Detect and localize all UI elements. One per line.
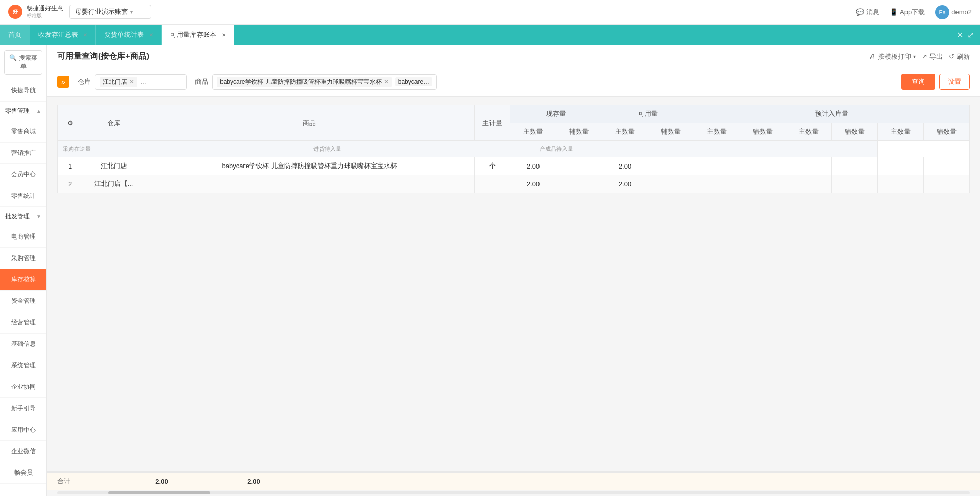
cell-stock-main: 2.00 — [510, 157, 556, 175]
table-body: 1 江北门店 babycare学饮杯 儿童防摔防撞吸管杯重力球吸嘴杯宝宝水杯 个… — [58, 157, 970, 193]
ecom-mgmt-label: 电商管理 — [11, 233, 36, 240]
filter-row: » 仓库 江北门店 ✕ … 商品 babycare学饮杯 儿童防摔防撞吸管杯重力… — [47, 67, 980, 97]
sidebar-item-biz-mgmt[interactable]: 经营管理 — [0, 312, 46, 334]
sidebar-item-enterprise-wechat[interactable]: 企业微信 — [0, 441, 46, 462]
page-header: 可用量查询(按仓库+商品) 🖨 按模板打印 ▾ ↗ 导出 ↺ 刷新 — [47, 45, 980, 67]
tab-receipts-close[interactable]: ✕ — [83, 32, 87, 38]
user-name: demo2 — [951, 8, 972, 16]
settings-icon[interactable]: ⚙ — [67, 119, 74, 127]
footer-stock-main: 2.00 — [139, 478, 185, 485]
query-btn[interactable]: 查询 — [901, 74, 935, 90]
sidebar-item-marketing[interactable]: 营销推广 — [0, 143, 46, 164]
export-label: 导出 — [929, 52, 943, 61]
avatar-text: Ea — [939, 9, 946, 15]
search-menu-label: 搜索菜单 — [19, 54, 37, 70]
sidebar-item-ecom-mgmt[interactable]: 电商管理 — [0, 226, 46, 248]
warehouse-tag-text: 江北门店 — [103, 78, 127, 86]
th-planned-group: 预计入库量 — [694, 105, 970, 123]
tab-receipts-label: 收发存汇总表 — [38, 30, 78, 39]
cell-stock-aux — [556, 175, 602, 193]
message-btn[interactable]: 💬 消息 — [856, 8, 879, 17]
top-bar-left: 好 畅捷通好生意 标准版 母婴行业演示账套 ▾ — [8, 5, 151, 19]
product-tag1-remove[interactable]: ✕ — [384, 78, 389, 85]
sidebar-item-sys-mgmt[interactable]: 系统管理 — [0, 355, 46, 376]
industry-select[interactable]: 母婴行业演示账套 ▾ — [69, 5, 151, 19]
retail-stats-label: 零售统计 — [11, 192, 36, 199]
cell-unit — [475, 175, 510, 193]
filter-toggle-btn[interactable]: » — [57, 76, 69, 88]
tab-receipts[interactable]: 收发存汇总表 ✕ — [30, 25, 96, 45]
sidebar-item-retail-mgmt[interactable]: 零售管理 ▲ — [0, 102, 46, 121]
warehouse-more-icon[interactable]: … — [140, 78, 146, 85]
phone-icon: 📱 — [890, 8, 898, 16]
tab-order-stats-close[interactable]: ✕ — [149, 32, 153, 38]
th-settings: ⚙ — [58, 105, 83, 141]
th-purchase-group-label: 采购在途量 — [58, 141, 144, 157]
search-icon: 🔍 — [9, 54, 17, 61]
cell-stock-main: 2.00 — [510, 175, 556, 193]
logo-icon: 好 — [8, 5, 22, 19]
window-close-btn[interactable]: ✕ — [957, 30, 963, 40]
sidebar-item-finance-mgmt[interactable]: 资金管理 — [0, 291, 46, 312]
app-download-btn[interactable]: 📱 App下载 — [890, 8, 925, 17]
footer-values: 2.00 2.00 — [139, 478, 970, 485]
tab-available-stock-label: 可用量库存账本 — [170, 30, 216, 39]
cell-warehouse: 江北门店【... — [83, 175, 144, 193]
print-btn[interactable]: 🖨 按模板打印 ▾ — [869, 52, 916, 61]
marketing-label: 营销推广 — [11, 149, 36, 156]
warehouse-tag-remove[interactable]: ✕ — [129, 78, 134, 85]
sidebar-item-inventory[interactable]: 库存核算 — [0, 269, 46, 291]
th-avail-main: 主数量 — [602, 123, 648, 141]
sidebar-item-retail-mall[interactable]: 零售商城 — [0, 121, 46, 143]
sidebar-item-enterprise[interactable]: 企业协同 — [0, 376, 46, 398]
search-menu-btn[interactable]: 🔍 搜索菜单 — [4, 50, 42, 75]
table-row: 2 江北门店【... 2.00 2.00 — [58, 175, 970, 193]
avatar: Ea — [935, 5, 949, 19]
main-layout: 🔍 搜索菜单 快捷导航 零售管理 ▲ 零售商城 营销推广 会员中心 零售统计 批… — [0, 45, 980, 496]
sidebar-item-newbie[interactable]: 新手引导 — [0, 398, 46, 419]
product-input[interactable]: babycare学饮杯 儿童防摔防撞吸管杯重力球吸嘴杯宝宝水杯 ✕ babyca… — [212, 74, 437, 90]
tab-available-stock-close[interactable]: ✕ — [222, 32, 226, 38]
cell-warehouse: 江北门店 — [83, 157, 144, 175]
print-icon: 🖨 — [869, 53, 876, 60]
scroll-track[interactable] — [57, 491, 970, 494]
tab-order-stats-label: 要货单统计表 — [104, 30, 144, 39]
inventory-label: 库存核算 — [11, 276, 36, 283]
footer-label: 合计 — [57, 477, 139, 486]
refresh-btn[interactable]: ↺ 刷新 — [949, 52, 970, 61]
tab-home-label: 首页 — [8, 30, 21, 39]
export-btn[interactable]: ↗ 导出 — [922, 52, 943, 61]
th-production-aux: 辅数量 — [924, 123, 970, 141]
sidebar-item-basic-info[interactable]: 基础信息 — [0, 334, 46, 355]
tab-order-stats[interactable]: 要货单统计表 ✕ — [96, 25, 162, 45]
th-unit: 主计量 — [475, 105, 510, 141]
content-area: 可用量查询(按仓库+商品) 🖨 按模板打印 ▾ ↗ 导出 ↺ 刷新 — [47, 45, 980, 496]
tab-available-stock[interactable]: 可用量库存账本 ✕ — [162, 25, 234, 45]
settings-btn[interactable]: 设置 — [939, 74, 970, 90]
sidebar-item-quick-nav[interactable]: 快捷导航 — [0, 80, 46, 102]
sidebar-item-member[interactable]: 畅会员 — [0, 462, 46, 484]
chevron-down-icon: ▾ — [913, 54, 916, 59]
user-area[interactable]: Ea demo2 — [935, 5, 972, 19]
chevron-right-icon: » — [61, 78, 65, 86]
window-expand-btn[interactable]: ⤢ — [967, 30, 974, 40]
chevron-up-icon: ▲ — [36, 108, 41, 114]
cell-product: babycare学饮杯 儿童防摔防撞吸管杯重力球吸嘴杯宝宝水杯 — [144, 157, 475, 175]
th-stock-group: 现存量 — [510, 105, 602, 123]
th-available-group: 可用量 — [602, 105, 694, 123]
sidebar-item-wholesale-mgmt[interactable]: 批发管理 ▼ — [0, 207, 46, 226]
message-icon: 💬 — [856, 8, 864, 16]
th-production-main: 主数量 — [878, 123, 924, 141]
member-center-label: 会员中心 — [11, 171, 36, 178]
scroll-thumb[interactable] — [108, 491, 210, 494]
page-title: 可用量查询(按仓库+商品) — [57, 51, 149, 62]
tab-home[interactable]: 首页 — [0, 25, 30, 45]
cell-purchase-aux — [740, 157, 786, 175]
sidebar-item-purchase-mgmt[interactable]: 采购管理 — [0, 248, 46, 269]
sys-mgmt-label: 系统管理 — [11, 362, 36, 369]
warehouse-input[interactable]: 江北门店 ✕ … — [95, 74, 187, 90]
sidebar-item-app-center[interactable]: 应用中心 — [0, 419, 46, 441]
sidebar-item-member-center[interactable]: 会员中心 — [0, 164, 46, 185]
logo-sub: 标准版 — [27, 12, 63, 19]
sidebar-item-retail-stats[interactable]: 零售统计 — [0, 185, 46, 207]
